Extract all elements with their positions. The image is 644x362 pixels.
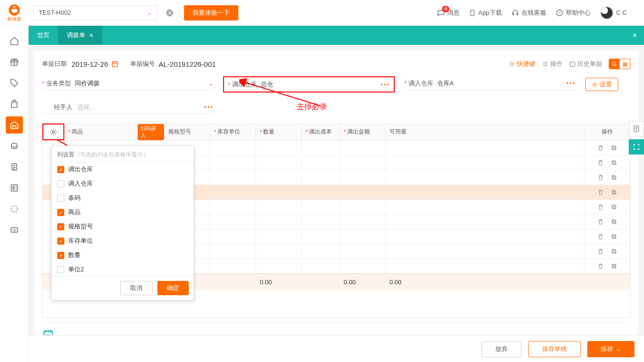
left-nav: 新 xyxy=(0,26,29,362)
doc-date-label: 单据日期 xyxy=(42,60,67,68)
column-option-label: 数量 xyxy=(68,251,81,259)
close-icon[interactable]: ✕ xyxy=(89,32,93,39)
ok-button[interactable]: 确定 xyxy=(157,281,189,295)
more-icon[interactable]: ••• xyxy=(204,103,214,111)
svg-rect-17 xyxy=(612,161,614,164)
app-download-link[interactable]: App下载 xyxy=(469,9,501,17)
delete-row-icon[interactable] xyxy=(597,263,604,269)
footer-amt: 0.00 xyxy=(340,274,386,290)
customer-service-link[interactable]: 在线客服 xyxy=(511,9,546,17)
tab-home[interactable]: 首页 xyxy=(29,26,58,45)
footer-qty: 0.00 xyxy=(256,274,302,290)
copy-row-icon[interactable] xyxy=(611,145,617,151)
delete-row-icon[interactable] xyxy=(597,145,604,151)
copy-row-icon[interactable] xyxy=(611,189,617,196)
shortcut-link[interactable]: 快捷键 xyxy=(509,60,535,68)
column-option-label: 商品 xyxy=(68,208,81,217)
svg-rect-0 xyxy=(471,10,474,16)
user-menu[interactable]: C C xyxy=(600,6,627,20)
list-view-icon[interactable]: ☰ xyxy=(609,59,620,69)
delete-row-icon[interactable] xyxy=(597,189,604,196)
copy-row-icon[interactable] xyxy=(611,248,617,255)
delete-row-icon[interactable] xyxy=(597,233,604,240)
view-toggle[interactable]: ☰ ▦ xyxy=(609,59,631,69)
help-center-link[interactable]: ? 帮助中心 xyxy=(556,9,591,17)
operate-link[interactable]: 操作 xyxy=(542,60,562,68)
nav-gift-icon[interactable] xyxy=(6,53,23,71)
cancel-button[interactable]: 取消 xyxy=(120,281,153,295)
delete-row-icon[interactable] xyxy=(597,204,604,210)
popup-actions: 取消 确定 xyxy=(51,276,194,300)
delete-row-icon[interactable] xyxy=(597,174,604,181)
app-logo: 标准版 xyxy=(0,3,29,22)
nav-bag-icon[interactable] xyxy=(6,95,23,113)
field-business-type[interactable]: * 业务类型 同价调拨 ⌄ xyxy=(42,79,214,90)
nav-contact-icon[interactable] xyxy=(6,179,23,197)
column-option[interactable]: ✓库存单位 xyxy=(51,234,194,248)
column-option[interactable]: ✓调出仓库 xyxy=(51,162,194,176)
store-selector[interactable]: TEST-H002 ⌄ xyxy=(33,5,157,21)
expand-icon xyxy=(633,143,640,151)
notes-toggle[interactable] xyxy=(629,121,644,136)
list-icon xyxy=(542,61,549,67)
save-button[interactable]: 保存 ⌄ xyxy=(587,341,634,357)
svg-rect-27 xyxy=(612,235,614,238)
copy-row-icon[interactable] xyxy=(611,204,617,210)
column-option[interactable]: ✓商品 xyxy=(51,205,194,219)
copy-row-icon[interactable] xyxy=(611,263,617,269)
delete-row-icon[interactable] xyxy=(597,159,604,166)
discard-button[interactable]: 放弃 xyxy=(481,341,521,357)
right-float-tools xyxy=(629,121,644,157)
try-button[interactable]: 我要体验一下 xyxy=(184,5,238,21)
copy-row-icon[interactable] xyxy=(611,174,617,181)
checkbox-icon xyxy=(57,180,64,187)
column-option[interactable]: ✓规格型号 xyxy=(51,219,194,234)
column-list[interactable]: ✓调出仓库调入仓库条码✓商品✓规格型号✓库存单位✓数量单位2 xyxy=(51,162,194,276)
save-draft-button[interactable]: 保存草稿 xyxy=(528,341,581,357)
svg-rect-18 xyxy=(613,176,615,179)
settings-gear-button[interactable] xyxy=(162,5,177,21)
doc-date-value[interactable]: 2019-12-26 xyxy=(72,60,108,68)
svg-point-10 xyxy=(511,63,513,65)
messages-link[interactable]: 4 消息 xyxy=(437,9,460,17)
nav-circle-icon[interactable] xyxy=(6,200,23,217)
items-table: *商品 扫码录入 规格型号 *库存单位 *数量 *调出成本 *调出金额 可用量 … xyxy=(42,123,631,318)
copy-row-icon[interactable] xyxy=(611,218,617,225)
nav-tag-icon[interactable] xyxy=(6,74,23,92)
column-option[interactable]: 调入仓库 xyxy=(51,176,194,191)
svg-rect-31 xyxy=(612,264,614,267)
field-out-warehouse[interactable]: * 调出仓库 总仓 ••• xyxy=(223,76,395,93)
headset-icon xyxy=(511,9,519,17)
nav-clipboard-icon[interactable] xyxy=(6,158,23,176)
copy-row-icon[interactable] xyxy=(611,233,617,240)
grid-view-icon[interactable]: ▦ xyxy=(620,59,630,69)
close-all-tabs[interactable]: ✕ xyxy=(625,26,644,45)
nav-home-icon[interactable] xyxy=(6,32,23,50)
column-settings-popup: 列设置（勾选的列会在表格中显示） ✓调出仓库调入仓库条码✓商品✓规格型号✓库存单… xyxy=(51,145,194,300)
calendar-icon[interactable] xyxy=(111,60,119,68)
delete-row-icon[interactable] xyxy=(597,218,604,225)
nav-money-icon[interactable] xyxy=(6,137,23,155)
column-option[interactable]: 条码 xyxy=(51,191,194,205)
svg-point-5 xyxy=(12,186,14,188)
history-link[interactable]: 历史单据 xyxy=(569,60,602,68)
tab-transfer-order[interactable]: 调拨单✕ xyxy=(58,26,102,45)
column-settings-button[interactable] xyxy=(42,124,64,140)
copy-row-icon[interactable] xyxy=(611,159,617,166)
settings-button[interactable]: 设置 xyxy=(585,78,618,91)
delete-row-icon[interactable] xyxy=(597,248,604,255)
nav-warehouse-icon[interactable] xyxy=(6,116,23,134)
svg-rect-25 xyxy=(612,220,614,223)
column-option[interactable]: ✓数量 xyxy=(51,248,194,262)
col-product: *商品 xyxy=(64,124,138,140)
more-icon[interactable]: ••• xyxy=(380,81,390,88)
chevron-down-icon: ⌄ xyxy=(147,9,152,16)
col-scan[interactable]: 扫码录入 xyxy=(138,124,164,140)
nav-new-icon[interactable]: 新 xyxy=(6,221,23,238)
fullscreen-toggle[interactable] xyxy=(629,139,644,155)
more-icon[interactable]: ••• xyxy=(566,80,576,87)
column-option[interactable]: 单位2 xyxy=(51,262,194,276)
field-handler[interactable]: 经手人 选择... ••• xyxy=(42,103,214,114)
doc-toolbar: 快捷键 操作 历史单据 ☰ ▦ xyxy=(509,59,631,69)
field-in-warehouse[interactable]: * 调入仓库 仓库A ••• xyxy=(404,79,576,90)
